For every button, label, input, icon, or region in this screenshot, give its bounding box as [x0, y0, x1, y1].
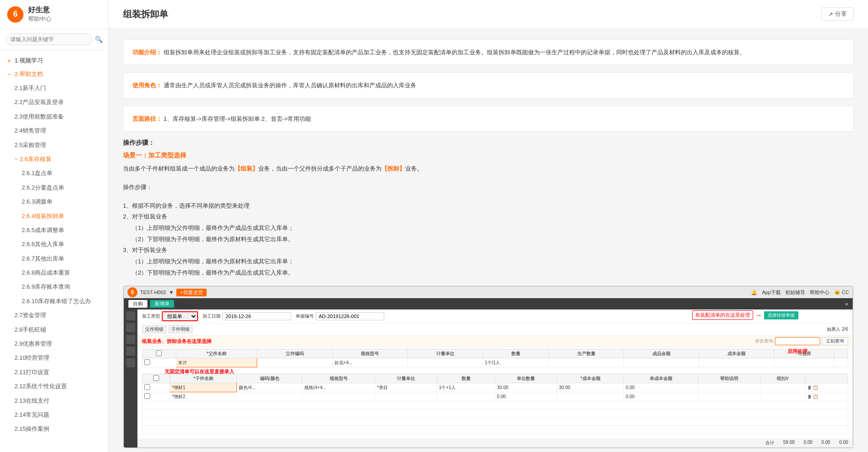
mock-number-label: 单据编号 — [296, 313, 314, 319]
sidebar-item-mobile[interactable]: 2.8手机旺铺 — [0, 323, 108, 337]
mock-nav-icon-3[interactable] — [126, 335, 135, 344]
search-input[interactable] — [5, 33, 92, 45]
mock-upper-table-area: *父件名称 父件编码 规格型号 计量单位 数量 生产数量 成品金额 成本金额 可 — [137, 347, 853, 372]
sidebar-item-install[interactable]: 2.2产品安装及登录 — [0, 95, 108, 109]
mock-upper-table: *父件名称 父件编码 规格型号 计量单位 数量 生产数量 成品金额 成本金额 可 — [142, 349, 848, 367]
step2: 2、对于组装业务 — [123, 211, 854, 223]
col-l-tax: 税扣V — [760, 374, 805, 383]
mock-add-btn[interactable]: +我要进货 — [176, 289, 206, 296]
sidebar-item-cost-adjust[interactable]: 2.6.5成本调整单 — [0, 223, 108, 237]
sidebar-item-video[interactable]: + 1.视频学习 — [0, 54, 108, 67]
lower-unit-1: *类目 — [375, 383, 437, 392]
sidebar-item-inventory[interactable]: −2.6库存核算 — [0, 152, 108, 166]
lower-check-2[interactable] — [144, 393, 150, 399]
col-l-op — [805, 374, 848, 383]
lower-cost-1: 30.00 — [557, 383, 624, 392]
mock-tab-second[interactable]: 新增单 — [150, 300, 174, 308]
annotation-business-label: 组装业务、拆卸业务在这里选择 — [142, 338, 212, 345]
share-label: 分享 — [835, 10, 847, 18]
share-button[interactable]: ↗ 分享 — [821, 7, 854, 21]
sidebar-item-purchase[interactable]: 2.5采购管理 — [0, 138, 108, 152]
upper-op-1 — [834, 358, 848, 367]
mock-date-field: 加工日期 — [203, 312, 291, 320]
col-parent-qty: 数量 — [483, 349, 549, 358]
mock-type-select[interactable]: 组装单 拆卸单 — [162, 311, 198, 321]
col-l-qty: 数量 — [437, 374, 495, 383]
select-all-lower[interactable] — [153, 375, 159, 381]
sidebar-item-print[interactable]: 2.11打印设置 — [0, 365, 108, 379]
mock-confirm-btn[interactable]: 选择转移单据 — [764, 311, 798, 319]
sidebar-item-other-in[interactable]: 2.6.6其他入库单 — [0, 237, 108, 251]
sidebar-item-cases[interactable]: 2.15操作案例 — [0, 422, 108, 436]
expand-icon-s1: + — [7, 57, 11, 64]
footer-val-4: 0.00 — [840, 440, 848, 446]
sidebar-item-other-out[interactable]: 2.6.7其他出库单 — [0, 252, 108, 266]
logo-icon: 6 — [7, 6, 24, 23]
mock-number-input[interactable] — [316, 312, 384, 320]
path-label: 页面路径： — [132, 115, 162, 122]
upper-check-1[interactable] — [144, 359, 150, 365]
mock-window: 6 TEST-H002 ▼ +我要进货 🔔 App下载 初始辅导 帮助中心 🐱 … — [123, 286, 853, 448]
col-l-unit-cost: 单成本金额 — [624, 374, 698, 383]
col-parent-unit: 计量单位 — [407, 349, 482, 358]
sidebar-item-ops-mgmt[interactable]: 2.10经营管理 — [0, 351, 108, 365]
mock-footer: 合计 59.00 0.00 0.00 0.00 — [137, 438, 853, 447]
path-text: 1、库存核算->库存管理->组装拆卸单 2、首页->常用功能 — [164, 115, 311, 122]
step2-2: （2）下部明细为子件明细，最终作为原材料生成其它出库单。 — [132, 234, 854, 245]
sidebar-item-ledger-fix[interactable]: 2.6.10库存账本错了怎么办 — [0, 294, 108, 308]
lower-name-1[interactable]: *增材1 — [170, 383, 237, 392]
annotation-fill-label: 无固定清单可以在这里直接录入 — [165, 369, 234, 374]
mock-nav-icon-5[interactable] — [126, 358, 135, 367]
mock-date-input[interactable] — [222, 312, 291, 320]
sidebar-item-sales[interactable]: 2.4销售管理 — [0, 124, 108, 138]
mock-search-input[interactable] — [775, 337, 820, 345]
col-parent-code: 父件编码 — [257, 349, 332, 358]
mock-search-hint: 拼音查询 — [755, 338, 773, 344]
logo-subtitle: 帮助中心 — [28, 15, 52, 23]
select-all-upper[interactable] — [156, 350, 162, 356]
search-box[interactable]: 🔍 — [0, 29, 108, 50]
mock-nav-icon-4[interactable] — [126, 347, 135, 356]
annotation-enable-area: 拼音查询 立刻查询 — [755, 337, 848, 345]
mock-search-btn[interactable]: 立刻查询 — [822, 337, 848, 345]
lower-help-2 — [698, 392, 760, 401]
mock-subtab-upper[interactable]: 父件明细 — [142, 325, 166, 333]
sidebar-item-customize[interactable]: 2.12系统个性化设置 — [0, 379, 108, 393]
lower-qty-1: 1个+1人 — [437, 383, 495, 392]
sidebar-item-data-prep[interactable]: 2.3使用前数据准备 — [0, 109, 108, 124]
col-l-checkbox — [142, 374, 170, 383]
sidebar-item-finance[interactable]: 2.7资金管理 — [0, 308, 108, 322]
sidebar-item-transfer[interactable]: 2.6.3调拨单 — [0, 195, 108, 209]
upper-code-1[interactable] — [257, 358, 332, 367]
lower-check-1[interactable] — [144, 384, 150, 390]
content-area: 功能介绍： 组装拆卸单用来处理企业组装或拆卸等加工业务，支持有固定装配清单的产品… — [108, 29, 868, 452]
upper-qty-1: 1个/1人 — [483, 358, 549, 367]
mock-tab-first[interactable]: 自购 — [128, 300, 147, 308]
lower-row-2: *增材2 0.00 0.00 — [142, 392, 848, 401]
sidebar-item-docs[interactable]: − 2.帮助文档 — [0, 67, 108, 81]
sidebar-item-coupon[interactable]: 2.9优惠券管理 — [0, 337, 108, 351]
sidebar-item-newbie[interactable]: 2.1新手入门 — [0, 81, 108, 95]
sidebar-header: 6 好生意 帮助中心 — [0, 0, 108, 29]
sidebar-item-ledger-query[interactable]: 2.6.9库存账本查询 — [0, 280, 108, 294]
mock-close-icon[interactable]: × — [845, 301, 848, 307]
sidebar-item-partial-stocktake[interactable]: 2.6.2分量盘点单 — [0, 181, 108, 195]
sidebar-item-payment[interactable]: 2.13在线支付 — [0, 394, 108, 408]
mock-subtab-lower[interactable]: 子件明细 — [168, 325, 193, 333]
sidebar-item-assembly[interactable]: 2.6.4组装拆卸单 — [0, 209, 108, 223]
upper-name-1[interactable]: 米片 — [176, 358, 257, 367]
sidebar-item-cost-recalc[interactable]: 2.6.8商品成本重算 — [0, 266, 108, 280]
lower-qty-2 — [437, 392, 495, 401]
sidebar-item-stocktake[interactable]: 2.6.1盘点单 — [0, 166, 108, 180]
intro-block: 功能介绍： 组装拆卸单用来处理企业组装或拆卸等加工业务，支持有固定装配清单的产品… — [123, 39, 854, 65]
mock-nav-icon-2[interactable] — [126, 323, 135, 332]
sidebar-item-faq[interactable]: 2.14常见问题 — [0, 408, 108, 422]
lower-code-1: 颜色/4... — [237, 383, 302, 392]
sidebar-nav: + 1.视频学习 − 2.帮助文档 2.1新手入门 2.2产品安装及登录 2.3… — [0, 50, 108, 452]
col-checkbox — [142, 349, 176, 358]
col-l-cost: *成本金额 — [557, 374, 624, 383]
mock-nav-icon-1[interactable] — [126, 311, 135, 320]
lower-help-1 — [698, 383, 760, 392]
upper-row-1: 米片 款花+4... 1个/1人 — [142, 358, 848, 367]
search-icon[interactable]: 🔍 — [95, 36, 103, 43]
